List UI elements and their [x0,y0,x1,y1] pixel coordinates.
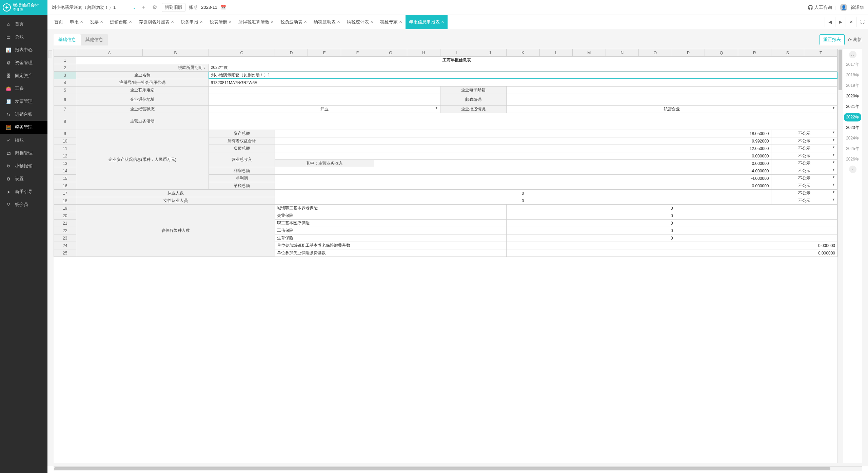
tab-close-icon[interactable]: ✕ [200,20,203,24]
row-header-18[interactable]: 18 [54,197,76,205]
row-header-2[interactable]: 2 [54,64,76,72]
tab-11[interactable]: 税检专家✕ [377,15,406,29]
col-header-N[interactable]: N [606,49,639,57]
tab-close-icon[interactable]: ✕ [229,20,232,24]
col-header-G[interactable]: G [374,49,407,57]
asset-row-pub-4[interactable]: 不公示 [771,167,837,175]
row-header-13[interactable]: 13 [54,160,76,167]
row-header-21[interactable]: 21 [54,220,76,227]
col-header-J[interactable]: J [473,49,507,57]
col-header-H[interactable]: H [407,49,440,57]
row-header-11[interactable]: 11 [54,145,76,152]
row-header-3[interactable]: 3 [54,72,76,79]
emp-value[interactable]: 0 [275,190,771,197]
asset-row-value-5[interactable]: -4.000000 [275,175,771,182]
nav-item-invoice[interactable]: 🧾发票管理 [0,95,47,108]
asset-row-value-2[interactable]: 12.050000 [275,145,771,152]
nav-item-vip[interactable]: V畅会员 [0,198,47,211]
asset-row-pub-5[interactable]: 不公示 [771,175,837,182]
col-header-K[interactable]: K [506,49,539,57]
female-pub[interactable]: 不公示 [771,197,837,205]
row-header-20[interactable]: 20 [54,212,76,220]
switch-old-button[interactable]: 切到旧版 [162,3,185,12]
tab-9[interactable]: 纳税波动表✕ [310,15,343,29]
nav-item-money[interactable]: ❂资金管理 [0,56,47,69]
year-2025年[interactable]: 2025年 [844,145,861,153]
row-header-4[interactable]: 4 [54,79,76,87]
asset-row-value-4[interactable]: -4.000000 [275,167,771,175]
regno-value-cell[interactable]: 91320811MA7NGR2W6R [209,79,837,87]
col-header-D[interactable]: D [275,49,308,57]
email-value-cell[interactable] [506,87,837,94]
col-header-E[interactable]: E [308,49,341,57]
row-header-10[interactable]: 10 [54,137,76,145]
tab-close-icon[interactable]: ✕ [271,20,274,24]
row-header-24[interactable]: 24 [54,242,76,249]
row-header-23[interactable]: 23 [54,234,76,242]
asset-row-value-3[interactable]: 0.000000 [275,152,771,160]
tab-0[interactable]: 首页 [51,15,66,29]
nav-item-ledger[interactable]: ▤总账 [0,31,47,43]
col-header-C[interactable]: C [209,49,275,57]
tab-4[interactable]: 存货别名对照表✕ [135,15,177,29]
consult-link[interactable]: 🎧 人工咨询 [808,4,832,11]
account-name[interactable]: 刘小艳演示账套（勿删勿动！）1 [52,4,116,11]
col-header-R[interactable]: R [738,49,771,57]
nav-item-gear[interactable]: ⚙设置 [0,172,47,185]
nav-item-asset[interactable]: 🗄固定资产 [0,69,47,82]
row-header-6[interactable]: 6 [54,94,76,106]
company-value-cell[interactable]: 刘小艳演示账套（勿删勿动！）1 [209,72,837,79]
col-header-S[interactable]: S [771,49,804,57]
nav-item-tax[interactable]: 🧮税务管理 [0,121,47,134]
asset-row-value-1[interactable]: 9.992000 [275,137,771,145]
col-header-O[interactable]: O [639,49,672,57]
row-header-14[interactable]: 14 [54,167,76,175]
horizontal-scrollbar[interactable] [54,466,862,471]
row-header-15[interactable]: 15 [54,175,76,182]
mainbiz-value-cell[interactable] [209,113,837,130]
year-2020年[interactable]: 2020年 [844,92,861,100]
tab-close-icon[interactable]: ✕ [399,20,402,24]
row-header-12[interactable]: 12 [54,152,76,160]
asset-row-pub-6[interactable]: 不公示 [771,182,837,190]
female-value[interactable]: 0 [275,197,771,205]
col-header-B[interactable]: B [142,49,209,57]
tab-close-icon[interactable]: ✕ [337,20,340,24]
col-header-F[interactable]: F [341,49,374,57]
post-value-cell[interactable] [506,94,837,106]
tab-6[interactable]: 税表清册✕ [206,15,235,29]
nav-item-reimburse[interactable]: ↻小畅报销 [0,159,47,172]
row-header-5[interactable]: 5 [54,87,76,94]
tab-close-icon[interactable]: ✕ [370,20,373,24]
period-value-cell[interactable]: 2022年度 [209,64,837,72]
tab-close-icon[interactable]: ✕ [129,20,132,24]
tabs-fullscreen-icon[interactable]: ⛶ [856,17,868,27]
nav-item-salary[interactable]: 👛工资 [0,82,47,95]
tab-12[interactable]: 年报信息申报表✕ [406,15,448,29]
tabs-close-icon[interactable]: ✕ [846,17,856,27]
tab-close-icon[interactable]: ✕ [171,20,174,24]
username[interactable]: 徐泽华 [851,4,864,11]
nav-item-home[interactable]: ⌂首页 [0,18,47,31]
collapse-handle-icon[interactable]: ‹ [48,50,52,58]
col-header-P[interactable]: P [672,49,705,57]
ins-value-3[interactable]: 0 [506,227,837,234]
col-header-Q[interactable]: Q [705,49,738,57]
ins-value-1[interactable]: 0 [506,212,837,220]
row-header-25[interactable]: 25 [54,249,76,257]
phone-value-cell[interactable] [209,87,440,94]
col-header-L[interactable]: L [539,49,573,57]
row-header-8[interactable]: 8 [54,113,76,130]
col-header-T[interactable]: T [804,49,837,57]
asset-sub-value[interactable]: 0.000000 [374,160,771,167]
holding-dropdown[interactable]: 私营企业 [506,106,837,113]
year-2024年[interactable]: 2024年 [844,134,861,143]
corner-cell[interactable] [54,49,76,57]
asset-row-pub-3[interactable]: 不公示 [771,152,837,160]
year-2021年[interactable]: 2021年 [844,102,861,111]
row-header-7[interactable]: 7 [54,106,76,113]
row-header-16[interactable]: 16 [54,182,76,190]
nav-item-archive[interactable]: 🗂归档管理 [0,147,47,159]
year-2026年[interactable]: 2026年 [844,155,861,164]
year-2018年[interactable]: 2018年 [844,71,861,79]
